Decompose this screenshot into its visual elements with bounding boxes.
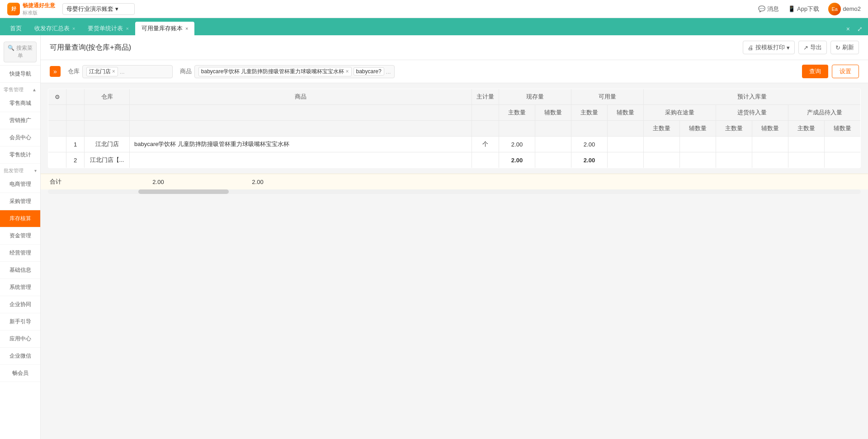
- sidebar-item-inventory[interactable]: 库存核算: [0, 210, 40, 227]
- product-tag-2[interactable]: babycare?: [354, 67, 384, 76]
- sidebar-item-retail-mall[interactable]: 零售商城: [0, 95, 40, 112]
- tag-remove-icon[interactable]: ×: [112, 68, 115, 75]
- app-label: App下载: [797, 5, 819, 13]
- page-header: 可用量查询(按仓库+商品) 🖨 按模板打印 ▾ ↗ 导出 ↻ 刷新: [41, 35, 868, 60]
- product-label: 商品: [180, 67, 192, 76]
- export-icon: ↗: [803, 44, 808, 51]
- close-all-btn[interactable]: ×: [844, 24, 852, 33]
- th-avail-main: 主数量: [571, 105, 608, 121]
- footer-avail-main: 2.00: [222, 179, 294, 185]
- account-dropdown[interactable]: 母婴行业演示账套 ▾: [62, 3, 135, 15]
- home-label: 首页: [10, 24, 22, 33]
- print-btn[interactable]: 🖨 按模板打印 ▾: [743, 41, 795, 54]
- sidebar-item-finance[interactable]: 资金管理: [0, 227, 40, 245]
- th-gear[interactable]: ⚙: [48, 89, 66, 105]
- cell-no: 2: [66, 152, 85, 168]
- sidebar-item-marketing[interactable]: 营销推广: [0, 112, 40, 129]
- export-btn[interactable]: ↗ 导出: [798, 41, 827, 54]
- cell-inbound-main: [716, 152, 752, 168]
- scrollbar-thumb[interactable]: [138, 189, 229, 194]
- message-btn[interactable]: 💬 消息: [758, 5, 779, 13]
- th-warehouse: 仓库: [85, 89, 130, 105]
- sidebar-item-enterprise[interactable]: 企业协同: [0, 296, 40, 313]
- sidebar-group-retail: 零售管理 ▲: [0, 83, 40, 95]
- filter-actions: 查询 设置: [802, 65, 859, 78]
- footer-values: 2.00 2.00: [95, 179, 859, 185]
- tab-home[interactable]: 首页: [4, 22, 28, 35]
- tab-label: 收发存汇总表: [34, 24, 70, 33]
- cell-avail-aux: [608, 137, 644, 152]
- th-inbound-main: 主数量: [716, 121, 752, 137]
- filter-more-icon[interactable]: ...: [120, 68, 125, 75]
- th-inbound-aux: 辅数量: [752, 121, 788, 137]
- tab-label: 可用量库存账本: [142, 24, 183, 33]
- sidebar-item-system[interactable]: 系统管理: [0, 279, 40, 296]
- sidebar-item-app-center[interactable]: 应用中心: [0, 330, 40, 348]
- sidebar-item-ecommerce[interactable]: 电商管理: [0, 176, 40, 193]
- sidebar-item-newbie[interactable]: 新手引导: [0, 313, 40, 330]
- cell-inbound-aux: [752, 152, 788, 168]
- logo: 好 畅捷通好生意 标准版: [7, 2, 55, 16]
- table-row: 2 江北门店【... 2.00 2.00: [48, 152, 861, 168]
- refresh-icon: ↻: [835, 44, 840, 51]
- th-purchase-main: 主数量: [644, 121, 680, 137]
- cell-product: [130, 152, 472, 168]
- sidebar-item-operations[interactable]: 经营管理: [0, 245, 40, 262]
- search-menu-btn[interactable]: 🔍 搜索菜单: [4, 42, 37, 62]
- sidebar-item-member[interactable]: 畅会员: [0, 365, 40, 382]
- avatar: Ea: [828, 3, 841, 15]
- tab-receive-summary[interactable]: 收发存汇总表 ×: [28, 22, 81, 35]
- cell-unit: [472, 152, 499, 168]
- cell-purchase-aux: [680, 152, 716, 168]
- cell-inbound-aux: [752, 137, 788, 152]
- message-icon: 💬: [758, 5, 765, 12]
- tag-remove-icon[interactable]: ×: [346, 68, 349, 75]
- cell-product-main: [788, 152, 825, 168]
- quick-nav-label: 快捷导航: [9, 70, 31, 78]
- th-product-pending: 产成品待入量: [788, 105, 861, 121]
- th-product-aux: 辅数量: [825, 121, 861, 137]
- th-product: 商品: [130, 89, 472, 105]
- tab-close-icon[interactable]: ×: [72, 26, 75, 31]
- logo-sub: 标准版: [23, 9, 55, 16]
- th-purchase-aux: 辅数量: [680, 121, 716, 137]
- tab-close-icon[interactable]: ×: [126, 26, 128, 31]
- fullscreen-btn[interactable]: ⤢: [855, 24, 864, 33]
- tab-available-stock[interactable]: 可用量库存账本 ×: [135, 22, 194, 35]
- cell-stock-main: 2.00: [499, 152, 535, 168]
- app-download-btn[interactable]: 📱 App下载: [788, 5, 819, 13]
- sidebar-search: 🔍 搜索菜单: [0, 39, 40, 66]
- refresh-btn[interactable]: ↻ 刷新: [830, 41, 859, 54]
- th-available: 可用量: [571, 89, 644, 105]
- filter-toggle-btn[interactable]: »: [50, 66, 61, 77]
- cell-gear: [48, 152, 66, 168]
- cell-purchase-main: [644, 137, 680, 152]
- warehouse-tag[interactable]: 江北门店 ×: [86, 67, 118, 76]
- nav-tabs: 首页 收发存汇总表 × 要货单统计表 × 可用量库存账本 × × ⤢: [0, 18, 868, 35]
- horizontal-scrollbar[interactable]: [48, 189, 861, 194]
- sidebar-item-retail-stats[interactable]: 零售统计: [0, 146, 40, 164]
- th-avail-aux: 辅数量: [608, 105, 644, 121]
- chevron-down-icon: ▾: [787, 44, 790, 51]
- sidebar-item-wechat[interactable]: 企业微信: [0, 348, 40, 365]
- topbar-right: 💬 消息 📱 App下载 Ea demo2: [758, 3, 861, 15]
- product-tag-1[interactable]: babycare学饮杯 儿童防摔防撞吸管杯重力球吸嘴杯宝宝水杯 ×: [198, 67, 352, 76]
- sidebar-item-purchase[interactable]: 采购管理: [0, 193, 40, 210]
- inventory-table: ⚙ 仓库 商品 主计量 现存量 可用量 预计入库量: [48, 89, 861, 168]
- sidebar-item-member-center[interactable]: 会员中心: [0, 129, 40, 146]
- cell-product-main: [788, 137, 825, 152]
- page-title: 可用量查询(按仓库+商品): [50, 43, 131, 52]
- setting-btn[interactable]: 设置: [832, 65, 859, 78]
- cell-stock-aux: [535, 137, 571, 152]
- tab-order-stats[interactable]: 要货单统计表 ×: [81, 22, 135, 35]
- message-label: 消息: [767, 5, 779, 13]
- tab-close-icon[interactable]: ×: [185, 26, 188, 31]
- query-btn[interactable]: 查询: [802, 65, 828, 78]
- user-menu[interactable]: Ea demo2: [828, 3, 861, 15]
- sidebar: 🔍 搜索菜单 快捷导航 零售管理 ▲ 零售商城 营销推广 会员中心 零售统计 批…: [0, 35, 41, 439]
- sidebar-item-basics[interactable]: 基础信息: [0, 262, 40, 279]
- th-no: [66, 89, 85, 105]
- table-row: 1 江北门店 babycare学饮杯 儿童防摔防撞吸管杯重力球吸嘴杯宝宝水杯 个…: [48, 137, 861, 152]
- sidebar-item-quick-nav[interactable]: 快捷导航: [0, 66, 40, 83]
- filter-more-icon[interactable]: ...: [386, 68, 391, 75]
